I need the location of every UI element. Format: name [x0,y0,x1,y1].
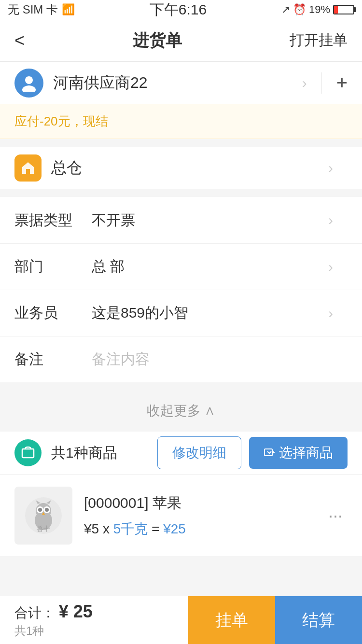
bottom-bar: 合计： ¥ 25 共1种 挂单 结算 [0,596,362,644]
collapse-label: 收起更多 ∧ [147,403,216,418]
svg-rect-2 [26,169,30,174]
carrier-text: 无 SIM 卡 [8,2,58,17]
location-icon: ↗ [281,3,290,16]
total-row: 合计： ¥ 25 [14,602,174,622]
battery-fill [334,6,338,14]
equals-text: = [148,521,163,536]
supplier-avatar [14,69,43,98]
main-content: 河南供应商22 › + 应付-20元，现结 总仓 › 票据类型 不开票 › [0,62,362,612]
chevron-right-icon: › [328,259,333,275]
chevron-right-icon: › [328,160,333,176]
status-right: ↗ ⏰ 19% [281,3,354,16]
chevron-right-icon: › [328,305,333,322]
qty-text: 5千克 [113,521,148,536]
alarm-icon: ⏰ [293,3,306,16]
time-text: 下午6:16 [150,0,207,20]
svg-point-12 [38,508,42,512]
notice-bar: 应付-20元，现结 [0,104,362,139]
sales-label: 业务员 [14,303,82,323]
form-section: 票据类型 不开票 › 部门 总 部 › 业务员 这是859的小智 › 备注 备注… [0,197,362,382]
collapse-bar[interactable]: 收起更多 ∧ [0,390,362,432]
invoice-row[interactable]: 票据类型 不开票 › [0,197,362,243]
person-icon [20,74,38,92]
sales-row[interactable]: 业务员 这是859的小智 › [0,290,362,336]
select-product-button[interactable]: 选择商品 [249,437,348,469]
open-pending-button[interactable]: 打开挂单 [290,30,348,50]
notice-text: 应付-20元，现结 [14,114,108,128]
product-title: 苹果 [153,495,181,511]
supplier-section: 河南供应商22 › + 应付-20元，现结 [0,62,362,139]
products-icon [14,439,42,466]
warehouse-section: 总仓 › [0,147,362,189]
pending-button[interactable]: 挂单 [188,596,275,644]
dept-row[interactable]: 部门 总 部 › [0,243,362,290]
product-code: [0000001] [84,495,148,511]
products-count: 共1种商品 [51,443,157,463]
invoice-value: 不开票 [82,210,328,230]
remark-label: 备注 [14,350,82,369]
total-amount: ¥ 25 [59,602,93,621]
pending-label: 挂单 [215,609,248,631]
back-button[interactable]: < [14,30,25,51]
chevron-right-icon: › [302,75,307,91]
product-info: [0000001] 苹果 ¥5 x 5千克 = ¥25 [84,493,323,538]
remark-row[interactable]: 备注 备注内容 [0,336,362,382]
price-text: ¥5 x [84,521,113,536]
checkout-label: 结算 [302,609,335,631]
svg-point-13 [45,508,49,512]
nav-bar: < 进货单 打开挂单 [0,19,362,62]
warehouse-name: 总仓 [51,157,328,179]
product-thumbnail: 兽十 [14,487,72,545]
select-product-icon [264,447,275,459]
divider [321,72,322,94]
svg-text:兽十: 兽十 [37,525,50,532]
add-button[interactable]: + [336,72,348,94]
chevron-right-icon: › [328,212,333,228]
sales-value: 这是859的小智 [82,303,328,323]
battery-indicator [333,5,354,14]
supplier-name: 河南供应商22 [53,72,302,94]
product-price: ¥5 x 5千克 = ¥25 [84,520,323,538]
total-label: 合计： [14,605,55,620]
battery-text: 19% [309,3,330,16]
edit-detail-button[interactable]: 修改明细 [157,436,241,469]
select-product-label: 选择商品 [279,444,333,462]
supplier-row[interactable]: 河南供应商22 › + [0,62,362,104]
svg-point-1 [22,85,36,92]
total-section: 合计： ¥ 25 共1种 [0,602,188,639]
wifi-icon: 📶 [62,3,75,16]
total-text: ¥25 [163,521,186,536]
more-options-button[interactable]: ··· [323,501,348,531]
dept-value: 总 部 [82,257,328,277]
status-bar: 无 SIM 卡 📶 下午6:16 ↗ ⏰ 19% [0,0,362,19]
remark-input[interactable]: 备注内容 [82,350,348,369]
warehouse-row[interactable]: 总仓 › [0,147,362,189]
products-header: 共1种商品 修改明细 选择商品 [0,432,362,474]
cart-icon [20,445,36,461]
status-left: 无 SIM 卡 📶 [8,2,75,17]
dept-label: 部门 [14,257,82,277]
product-name: [0000001] 苹果 [84,493,323,513]
product-item: 兽十 [0000001] 苹果 ¥5 x 5千克 = ¥25 ··· [0,475,362,556]
checkout-button[interactable]: 结算 [275,596,362,644]
total-count: 共1种 [14,623,174,639]
svg-rect-3 [22,449,34,458]
invoice-label: 票据类型 [14,210,82,230]
house-icon [20,160,36,176]
warehouse-icon [14,154,42,182]
svg-point-0 [25,76,33,84]
page-title: 进货单 [133,29,182,52]
product-logo: 兽十 [24,496,63,535]
